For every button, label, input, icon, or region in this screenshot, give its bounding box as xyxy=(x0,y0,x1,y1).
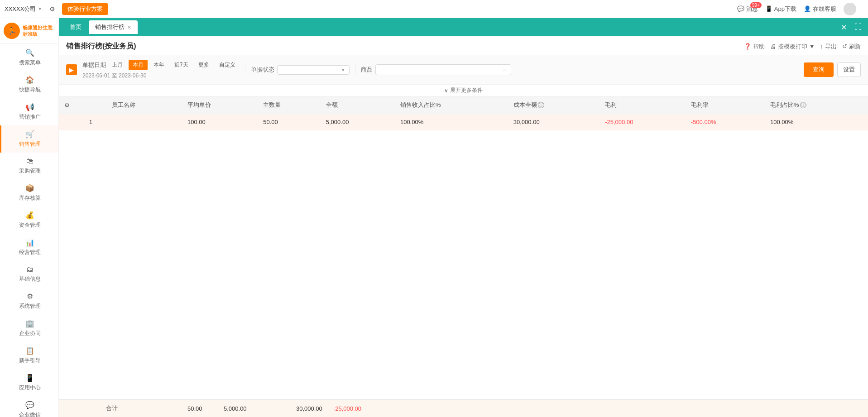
sidebar-item-wechat[interactable]: 💬 企业微信 xyxy=(0,396,58,417)
col-employee: 员工名称 xyxy=(106,96,182,114)
sidebar-logo: 🏃 畅康通好生意 标准版 xyxy=(0,18,58,44)
finance-icon: 💰 xyxy=(25,211,34,220)
message-badge: 99+ xyxy=(750,2,762,8)
filter-separator-2 xyxy=(355,65,355,74)
sidebar-item-finance[interactable]: 💰 资金管理 xyxy=(0,206,58,234)
tab-close-icon[interactable]: ✕ xyxy=(127,24,131,30)
wechat-icon: 💬 xyxy=(25,401,34,409)
sidebar-label-quick-nav: 快捷导航 xyxy=(19,86,41,94)
row-gross-ratio-cell: 100.00% xyxy=(765,114,868,130)
sidebar-item-purchase[interactable]: 🛍 采购管理 xyxy=(0,153,58,179)
sidebar-item-business[interactable]: 📊 经营管理 xyxy=(0,234,58,261)
sidebar-item-basic[interactable]: 🗂 基础信息 xyxy=(0,261,58,288)
export-label: 导出 xyxy=(825,43,837,51)
goods-more-icon[interactable]: ··· xyxy=(503,67,507,73)
online-service-btn[interactable]: 👤 在线客服 xyxy=(804,5,836,13)
tab-bar: 首页 销售排行榜 ✕ ✕ ⛶ xyxy=(59,18,868,36)
page-content: 销售排行榜(按业务员) ❓ 帮助 🖨 按模板打印 ▼ ↑ 导出 xyxy=(59,36,868,417)
date-filter-group: 单据日期 上月 本月 本年 近7天 更多 自定义 2023-06-01 至 20… xyxy=(82,60,240,80)
company-selector[interactable]: XXXXX公司 ▼ xyxy=(5,5,42,13)
basic-icon: 🗂 xyxy=(26,265,34,273)
col-gross: 毛利 xyxy=(599,96,686,114)
content-area: 首页 销售排行榜 ✕ ✕ ⛶ 销售排行榜(按业务员) ❓ 帮助 xyxy=(59,18,868,417)
export-btn[interactable]: ↑ 导出 xyxy=(820,43,837,51)
guide-icon: 📋 xyxy=(25,346,34,355)
row-settings-cell xyxy=(59,114,75,130)
refresh-label: 刷新 xyxy=(849,43,861,51)
status-filter-label: 单据状态 xyxy=(251,66,274,74)
sidebar-item-guide[interactable]: 📋 新手引导 xyxy=(0,342,58,369)
sidebar-item-inventory[interactable]: 📦 库存核算 xyxy=(0,179,58,206)
date-btn-7days[interactable]: 近7天 xyxy=(170,60,192,70)
enterprise-icon: 🏢 xyxy=(25,319,34,328)
logo-text: 畅康通好生意 标准版 xyxy=(23,24,53,38)
help-btn[interactable]: ❓ 帮助 xyxy=(744,43,765,51)
search-icon: 🔍 xyxy=(25,48,34,57)
sidebar-item-quick-nav[interactable]: 🏠 快捷导航 xyxy=(0,71,58,98)
top-header: XXXXX公司 ▼ ⚙ 体验行业方案 💬 消息 99+ 📱 App下载 👤 在线… xyxy=(0,0,868,18)
footer-gross: -25,000.00 xyxy=(328,405,367,412)
template-print-btn[interactable]: 🖨 按模板打印 ▼ xyxy=(770,43,815,51)
purchase-icon: 🛍 xyxy=(26,157,34,165)
company-name: XXXXX公司 xyxy=(5,5,36,13)
sidebar-label-wechat: 企业微信 xyxy=(19,411,41,417)
filter-separator-1 xyxy=(245,65,245,74)
filter-expand-arrow[interactable]: ▶ xyxy=(66,64,77,75)
print-icon: 🖨 xyxy=(770,43,776,50)
sidebar-item-system[interactable]: ⚙ 系统管理 xyxy=(0,288,58,315)
sidebar-item-sales[interactable]: 🛒 销售管理 xyxy=(0,125,58,153)
refresh-btn[interactable]: ↺ 刷新 xyxy=(842,43,861,51)
date-btn-this-year[interactable]: 本年 xyxy=(149,60,168,70)
home-icon: 🏠 xyxy=(25,76,34,84)
cost-info-icon[interactable]: ⓘ xyxy=(538,102,544,108)
tab-sales-rank[interactable]: 销售排行榜 ✕ xyxy=(89,20,138,34)
row-rank-cell: 1 xyxy=(75,114,106,130)
row-cost-cell: 30,000.00 xyxy=(508,114,599,130)
table-header-row: ⚙ 员工名称 平均单价 主数量 全额 销售收入占比% 成本全额 ⓘ xyxy=(59,96,868,114)
marketing-icon: 📢 xyxy=(25,103,34,111)
row-sales-ratio-cell: 100.00% xyxy=(395,114,508,130)
row-gross-rate-cell: -500.00% xyxy=(686,114,765,130)
row-total-cell: 5,000.00 xyxy=(321,114,395,130)
col-settings[interactable]: ⚙ xyxy=(59,96,75,114)
sidebar-label-purchase: 采购管理 xyxy=(19,167,41,175)
template-print-label: 按模板打印 xyxy=(778,43,807,51)
date-btn-more[interactable]: 更多 xyxy=(194,60,213,70)
row-avg-price-cell: 100.00 xyxy=(182,114,258,130)
col-gross-rate: 毛利率 xyxy=(686,96,765,114)
sidebar-label-apps: 应用中心 xyxy=(19,384,41,392)
col-rank xyxy=(75,96,106,114)
tab-home[interactable]: 首页 xyxy=(63,20,88,34)
date-btn-this-month[interactable]: 本月 xyxy=(129,60,148,70)
setting-button[interactable]: 设置 xyxy=(837,62,861,77)
sidebar-item-marketing[interactable]: 📢 营销推广 xyxy=(0,98,58,125)
trial-button[interactable]: 体验行业方案 xyxy=(62,3,108,15)
gross-ratio-info-icon[interactable]: ⓘ xyxy=(800,102,806,108)
avatar[interactable] xyxy=(844,3,856,15)
settings-icon[interactable]: ⚙ xyxy=(46,3,58,15)
sidebar-label-system: 系统管理 xyxy=(19,302,41,310)
expand-conditions-btn[interactable]: ∨ 展开更多条件 xyxy=(444,86,483,94)
message-btn[interactable]: 💬 消息 99+ xyxy=(737,5,758,13)
date-btn-custom[interactable]: 自定义 xyxy=(215,60,240,70)
status-select[interactable]: ▼ xyxy=(277,65,350,75)
sales-icon: 🛒 xyxy=(25,130,34,139)
footer-main-qty: 50.00 xyxy=(182,405,218,412)
logo-icon: 🏃 xyxy=(4,23,20,39)
goods-filter-label: 商品 xyxy=(361,66,373,74)
footer-cost: 30,000.00 xyxy=(291,405,328,412)
tab-maximize-icon[interactable]: ⛶ xyxy=(853,22,863,33)
sidebar-item-apps[interactable]: 📱 应用中心 xyxy=(0,369,58,396)
help-icon: ❓ xyxy=(744,43,751,50)
export-icon: ↑ xyxy=(820,43,824,50)
app-download-btn[interactable]: 📱 App下载 xyxy=(765,5,796,13)
main-layout: 🏃 畅康通好生意 标准版 🔍 搜索菜单 🏠 快捷导航 📢 营销推广 🛒 销售管理… xyxy=(0,18,868,417)
date-btn-last-month[interactable]: 上月 xyxy=(108,60,127,70)
col-total: 全额 xyxy=(321,96,395,114)
tab-minimize-icon[interactable]: ✕ xyxy=(838,22,849,33)
goods-input[interactable]: ··· xyxy=(375,64,511,75)
page-title: 销售排行榜(按业务员) xyxy=(66,42,136,51)
query-button[interactable]: 查询 xyxy=(804,62,834,77)
sidebar-item-enterprise[interactable]: 🏢 企业协同 xyxy=(0,315,58,342)
sidebar-item-search[interactable]: 🔍 搜索菜单 xyxy=(0,44,58,71)
